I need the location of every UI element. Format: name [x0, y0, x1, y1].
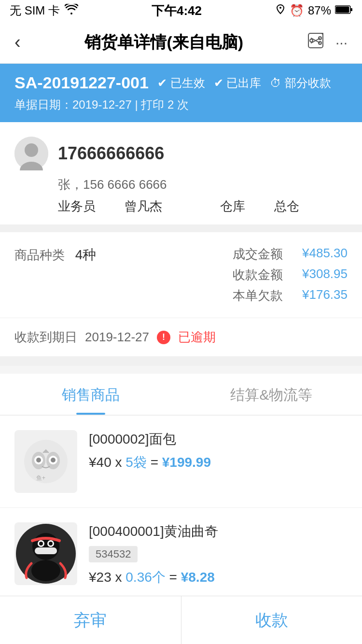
- nav-actions: ···: [307, 32, 348, 52]
- battery-icon: [335, 4, 352, 17]
- share-button[interactable]: [307, 32, 324, 52]
- quantity-cookie: 0.36个: [125, 570, 166, 585]
- order-date: 单据日期：2019-12-27 | 打印 2 次: [14, 97, 348, 112]
- svg-point-9: [25, 143, 38, 157]
- product-info-bread: [0000002]面包 ¥40 x 5袋 = ¥199.99: [89, 430, 348, 472]
- summary-section: 商品种类 4种 成交金额 ¥485.30 收款金额 ¥308.95 本单欠款 ¥…: [0, 232, 362, 318]
- due-label: 收款到期日: [14, 329, 77, 346]
- status-bar: 无 SIM 卡 下午4:42 ⏰ 87%: [0, 0, 362, 21]
- product-image-bread: 鱼+: [14, 430, 77, 493]
- svg-rect-2: [350, 8, 352, 11]
- salesperson-value: 曾凡杰: [125, 198, 162, 215]
- overdue-icon: !: [157, 331, 170, 344]
- quantity-bread: 5袋: [125, 455, 147, 470]
- owed-row: 本单欠款 ¥176.35: [233, 287, 348, 304]
- product-name-cookie: [000400001]黄油曲奇: [89, 522, 348, 541]
- owed-label: 本单欠款: [233, 287, 283, 304]
- total-cookie: ¥8.28: [181, 570, 215, 585]
- owed-value: ¥176.35: [302, 287, 348, 304]
- no-sim-text: 无 SIM 卡: [10, 3, 60, 18]
- summary-right: 成交金额 ¥485.30 收款金额 ¥308.95 本单欠款 ¥176.35: [233, 246, 348, 304]
- deal-row: 成交金额 ¥485.30: [233, 246, 348, 263]
- due-date: 2019-12-27: [85, 330, 149, 345]
- status-right: ⏰ 87%: [275, 4, 352, 17]
- status-effected: ✔ 已生效: [157, 75, 205, 91]
- svg-rect-3: [335, 7, 349, 13]
- equals-cookie: =: [166, 570, 181, 585]
- order-id: SA-20191227-001: [14, 73, 149, 92]
- product-item-cookie: [000400001]黄油曲奇 534532 ¥23 x 0.36个 = ¥8.…: [0, 508, 362, 602]
- svg-rect-21: [35, 547, 57, 554]
- warehouse-value: 总仓: [274, 198, 299, 215]
- battery-text: 87%: [308, 4, 331, 17]
- receipt-label: 收款金额: [233, 266, 283, 283]
- salesperson-label: 业务员: [58, 198, 96, 215]
- receipt-value: ¥308.95: [302, 266, 348, 283]
- receipt-row: 收款金额 ¥308.95: [233, 266, 348, 283]
- total-bread: ¥199.99: [162, 455, 211, 470]
- category-label: 商品种类: [14, 248, 65, 262]
- bottom-bar: 弃审 收款: [0, 596, 362, 644]
- avatar: [14, 137, 48, 170]
- divider-1: [0, 224, 362, 232]
- status-left: 无 SIM 卡: [10, 3, 78, 18]
- back-button[interactable]: ‹: [14, 32, 21, 53]
- cancel-button[interactable]: 弃审: [0, 596, 181, 644]
- svg-text:鱼+: 鱼+: [36, 475, 45, 481]
- product-price-bread: ¥40 x 5袋 = ¥199.99: [89, 453, 348, 472]
- customer-row: 17666666666: [14, 137, 348, 170]
- status-partial: ⏱ 部分收款: [270, 75, 331, 91]
- svg-point-26: [31, 560, 60, 581]
- product-info-cookie: [000400001]黄油曲奇 534532 ¥23 x 0.36个 = ¥8.…: [89, 522, 348, 587]
- category-count: 4种: [75, 247, 97, 262]
- svg-point-16: [36, 458, 41, 462]
- svg-point-17: [51, 458, 56, 462]
- alarm-icon: ⏰: [290, 4, 304, 17]
- svg-point-25: [49, 542, 53, 546]
- tab-sales-products[interactable]: 销售商品: [0, 374, 181, 415]
- summary-left: 商品种类 4种: [14, 246, 96, 268]
- page-title: 销货单详情(来自电脑): [84, 31, 243, 54]
- svg-point-0: [279, 7, 281, 9]
- tab-settlement[interactable]: 结算&物流等: [181, 374, 362, 415]
- product-price-cookie: ¥23 x 0.36个 = ¥8.28: [89, 568, 348, 587]
- location-icon: [275, 4, 286, 17]
- wifi-icon: [65, 4, 78, 17]
- customer-section: 17666666666 张，156 6666 6666 业务员 曾凡杰 仓库 总…: [0, 122, 362, 224]
- warehouse-label: 仓库: [220, 198, 245, 215]
- deal-value: ¥485.30: [302, 246, 348, 263]
- due-section: 收款到期日 2019-12-27 ! 已逾期: [0, 318, 362, 356]
- divider-2: [0, 356, 362, 366]
- product-image-cookie: [14, 522, 77, 585]
- svg-point-24: [39, 542, 43, 546]
- overdue-text: 已逾期: [178, 329, 216, 346]
- customer-phone: 17666666666: [58, 143, 164, 164]
- equals-bread: =: [147, 455, 162, 470]
- svg-point-6: [310, 39, 313, 42]
- customer-name: 张，156 6666 6666: [58, 176, 348, 193]
- price-base-bread: ¥40 x: [89, 455, 125, 470]
- tabs-row: 销售商品 结算&物流等: [0, 374, 362, 416]
- deal-label: 成交金额: [233, 246, 283, 263]
- status-shipped: ✔ 已出库: [214, 75, 262, 91]
- product-tag-cookie: 534532: [89, 546, 138, 562]
- order-id-row: SA-20191227-001 ✔ 已生效 ✔ 已出库 ⏱ 部分收款: [14, 73, 348, 92]
- status-time: 下午4:42: [152, 2, 202, 19]
- tabs-section: 销售商品 结算&物流等: [0, 374, 362, 416]
- product-item-bread: 鱼+ [0000002]面包 ¥40 x 5袋 = ¥199.99: [0, 416, 362, 508]
- nav-bar: ‹ 销货单详情(来自电脑) ···: [0, 21, 362, 64]
- customer-meta: 业务员 曾凡杰 仓库 总仓: [58, 198, 348, 215]
- more-button[interactable]: ···: [335, 34, 348, 51]
- products-list: 鱼+ [0000002]面包 ¥40 x 5袋 = ¥199.99: [0, 416, 362, 602]
- order-header: SA-20191227-001 ✔ 已生效 ✔ 已出库 ⏱ 部分收款 单据日期：…: [0, 64, 362, 122]
- confirm-button[interactable]: 收款: [181, 596, 362, 644]
- price-base-cookie: ¥23 x: [89, 570, 125, 585]
- product-name-bread: [0000002]面包: [89, 430, 348, 448]
- svg-point-11: [24, 440, 68, 483]
